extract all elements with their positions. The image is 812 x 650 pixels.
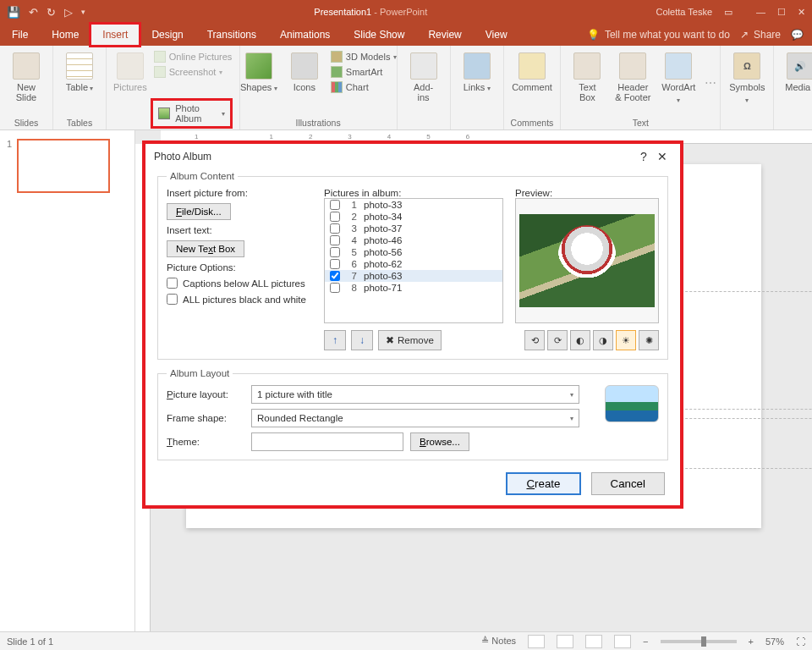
start-from-beginning-icon[interactable]: ▷ [64, 6, 73, 19]
tab-view[interactable]: View [474, 24, 519, 46]
comment-icon [518, 52, 546, 80]
picture-checkbox[interactable] [330, 212, 340, 222]
close-icon[interactable]: ✕ [798, 7, 805, 18]
create-button[interactable]: Create [506, 472, 580, 495]
picture-checkbox[interactable] [330, 259, 340, 269]
remove-button[interactable]: ✖Remove [378, 330, 442, 350]
header-footer-button[interactable]: Header & Footer [613, 49, 652, 102]
zoom-level[interactable]: 57% [765, 636, 784, 647]
screenshot-button[interactable]: Screenshot▾ [154, 66, 233, 78]
redo-icon[interactable]: ↻ [47, 6, 56, 19]
picture-list-item[interactable]: 6photo-62 [325, 258, 502, 270]
slide-thumbnails-pane[interactable]: 1 [0, 130, 135, 631]
move-down-button[interactable]: ↓ [351, 330, 373, 350]
user-name[interactable]: Coletta Teske [656, 7, 712, 17]
icons-button[interactable]: Icons [285, 49, 324, 92]
wordart-button[interactable]: WordArt ▾ [659, 49, 698, 106]
frame-shape-label: Frame shape: [167, 413, 243, 423]
title-placeholder[interactable] [668, 291, 812, 410]
tab-file[interactable]: File [0, 24, 40, 46]
tab-home[interactable]: Home [40, 24, 91, 46]
brightness-down-button[interactable]: ✺ [639, 330, 659, 350]
photo-album-button[interactable]: Photo Album ▾ [151, 98, 233, 129]
zoom-in-button[interactable]: + [749, 636, 754, 647]
save-icon[interactable]: 💾 [7, 6, 20, 19]
picture-list-item[interactable]: 1photo-33 [325, 199, 502, 211]
shapes-icon [245, 52, 272, 80]
picture-layout-select[interactable]: 1 picture with title▾ [251, 385, 579, 404]
reading-view-button[interactable] [585, 635, 602, 648]
subtitle-placeholder[interactable] [668, 418, 812, 469]
pictures-button[interactable]: Pictures [113, 49, 147, 92]
qat-more-icon[interactable]: ▾ [81, 8, 85, 16]
dialog-help-icon[interactable]: ? [634, 150, 653, 163]
tab-transitions[interactable]: Transitions [195, 24, 268, 46]
minimize-icon[interactable]: — [756, 7, 765, 18]
contrast-up-button[interactable]: ◐ [570, 330, 590, 350]
tab-design[interactable]: Design [140, 24, 195, 46]
picture-list-item[interactable]: 7photo-63 [325, 270, 502, 282]
new-slide-button[interactable]: New Slide [7, 49, 46, 102]
theme-input[interactable] [251, 432, 403, 451]
ribbon-display-icon[interactable]: ▭ [724, 7, 732, 18]
picture-list-item[interactable]: 4photo-46 [325, 234, 502, 246]
comments-pane-icon[interactable]: 💬 [791, 29, 804, 41]
online-pictures-button[interactable]: Online Pictures [154, 51, 233, 63]
tab-insert[interactable]: Insert [91, 24, 140, 46]
shapes-button[interactable]: Shapes ▾ [239, 49, 278, 94]
picture-checkbox[interactable] [330, 283, 340, 293]
file-disk-button[interactable]: File/Disk... [167, 203, 231, 220]
comment-button[interactable]: Comment [513, 49, 551, 92]
captions-checkbox[interactable]: Captions below ALL pictures [167, 278, 312, 289]
black-white-checkbox[interactable]: ALL pictures black and white [167, 294, 312, 305]
tab-animations[interactable]: Animations [268, 24, 342, 46]
slide-thumbnail-1[interactable] [17, 139, 110, 193]
move-up-button[interactable]: ↑ [324, 330, 346, 350]
contrast-down-button[interactable]: ◑ [593, 330, 613, 350]
picture-checkbox[interactable] [330, 223, 340, 234]
share-button[interactable]: ↗ Share [740, 29, 781, 41]
chart-button[interactable]: Chart [331, 81, 398, 93]
pictures-in-album-label: Pictures in album: [324, 188, 503, 198]
tab-review[interactable]: Review [416, 24, 473, 46]
picture-checkbox[interactable] [330, 235, 340, 245]
dialog-close-icon[interactable]: ✕ [653, 150, 672, 163]
picture-list-item[interactable]: 5photo-56 [325, 246, 502, 258]
brightness-up-button[interactable]: ☀ [616, 330, 636, 350]
links-button[interactable]: Links ▾ [458, 49, 497, 94]
text-box-button[interactable]: Text Box [568, 49, 606, 102]
slide-sorter-view-button[interactable] [557, 635, 573, 648]
rotate-left-button[interactable]: ⟲ [524, 330, 545, 350]
undo-icon[interactable]: ↶ [29, 6, 38, 19]
zoom-out-button[interactable]: − [643, 636, 648, 647]
picture-checkbox[interactable] [330, 271, 340, 281]
tell-me-search[interactable]: 💡 Tell me what you want to do [587, 29, 730, 41]
browse-button[interactable]: Browse... [410, 432, 469, 451]
tab-slideshow[interactable]: Slide Show [342, 24, 416, 46]
picture-layout-label: Picture layout: [167, 389, 243, 399]
table-button[interactable]: Table ▾ [60, 49, 99, 94]
zoom-slider[interactable] [661, 640, 737, 643]
picture-list-item[interactable]: 3photo-37 [325, 223, 502, 234]
picture-checkbox[interactable] [330, 200, 340, 210]
rotate-right-button[interactable]: ⟳ [547, 330, 568, 350]
slideshow-view-button[interactable] [614, 635, 631, 648]
picture-list-item[interactable]: 2photo-34 [325, 211, 502, 223]
fit-to-window-button[interactable]: ⛶ [796, 636, 805, 647]
symbols-button[interactable]: ΩSymbols ▾ [727, 49, 766, 106]
media-button[interactable]: 🔊Media ▾ [781, 49, 812, 94]
picture-checkbox[interactable] [330, 247, 340, 257]
new-text-box-button[interactable]: New Text Box [167, 240, 244, 257]
3d-models-button[interactable]: 3D Models▾ [331, 51, 398, 63]
maximize-icon[interactable]: ☐ [777, 7, 786, 18]
picture-list-item[interactable]: 8photo-71 [325, 282, 502, 294]
links-icon [464, 52, 491, 80]
photo-album-dialog: Photo Album ? ✕ Album Content Insert pic… [142, 140, 683, 509]
frame-shape-select[interactable]: Rounded Rectangle▾ [251, 409, 579, 427]
normal-view-button[interactable] [528, 635, 545, 648]
notes-button[interactable]: ≜ Notes [481, 636, 516, 647]
addins-button[interactable]: Add- ins [404, 49, 443, 102]
smartart-button[interactable]: SmartArt [331, 66, 398, 78]
cancel-button[interactable]: Cancel [591, 472, 666, 495]
pictures-listbox[interactable]: 1photo-332photo-343photo-374photo-465pho… [324, 198, 503, 323]
